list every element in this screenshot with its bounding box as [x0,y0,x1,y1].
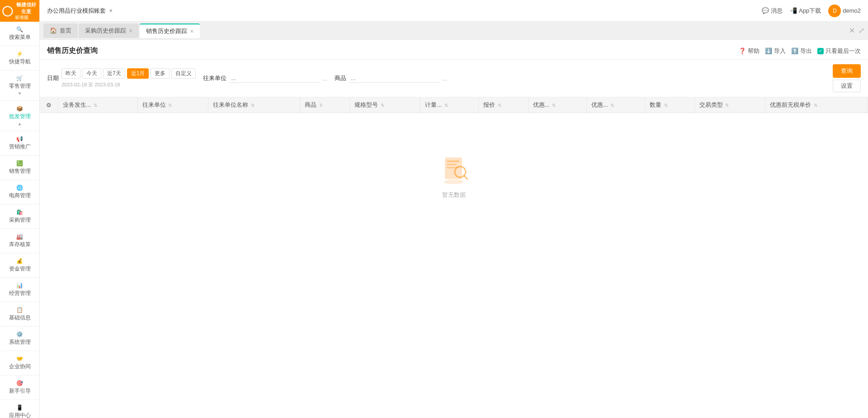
sidebar-item-system[interactable]: ⚙️ 系统管理 [0,327,39,351]
th-label: 报价 [483,101,495,108]
th-label: 优惠前无税单价 [770,101,811,108]
sidebar-item-wholesale[interactable]: 📦 批发管理 ▲ [0,101,39,131]
sidebar-item-label: 企业协同 [9,363,31,370]
export-btn[interactable]: ⬆️ 导出 [791,47,812,55]
tab-label: 销售历史价跟踪 [146,27,187,35]
tab-home[interactable]: 🏠 首页 [43,24,78,38]
date-filter-group: 日期 昨天 今天 近7天 近1月 更多 自定义 2023-02-18 至 202… [47,68,196,88]
date-btn-custom[interactable]: 自定义 [171,68,196,79]
sidebar-item-shortcut[interactable]: ⚡ 快捷导航 [0,46,39,71]
th-label: 优惠... [533,101,550,108]
tab-purchase-history[interactable]: 采购历史价跟踪 × [79,24,139,38]
table-wrap: ⚙ 业务发生... ⇅ 往来单位 ⇅ 往来单位名称 ⇅ [40,97,868,418]
import-label: 导入 [774,47,786,55]
sidebar-item-finance[interactable]: 💰 资金管理 [0,253,39,278]
date-btn-yesterday[interactable]: 昨天 [61,68,80,79]
sidebar-item-appstore[interactable]: 📱 应用中心 [0,400,39,418]
tab-label: 采购历史价跟踪 [85,27,126,35]
user-menu[interactable]: D demo2 [828,5,861,17]
newbie-icon: 🎯 [16,380,23,386]
tabs-right: ✕ ⤢ [849,26,864,35]
th-partner-code[interactable]: 往来单位 ⇅ [137,97,208,113]
sidebar-item-basic[interactable]: 📋 基础信息 [0,302,39,327]
close-tab-purchase[interactable]: × [129,28,132,34]
filter-actions: 查询 设置 [833,64,861,92]
th-quantity[interactable]: 数量 ⇅ [645,97,694,113]
tab-sales-history[interactable]: 销售历史价跟踪 × [140,24,200,38]
help-btn[interactable]: ❓ 帮助 [739,47,760,55]
product-input[interactable] [349,74,439,83]
sort-icon: ⇅ [94,103,97,108]
help-icon: ❓ [739,48,746,54]
sort-icon: ⇅ [381,103,384,108]
svg-point-0 [444,180,464,184]
sidebar-item-ecommerce[interactable]: 🌐 电商管理 [0,180,39,204]
sidebar-item-sales-mgmt[interactable]: 💹 销售管理 [0,156,39,180]
product-dots[interactable]: ... [442,75,447,82]
partner-input[interactable] [229,74,320,83]
th-spec[interactable]: 规格型号 ⇅ [349,97,420,113]
sidebar-item-inventory[interactable]: 🏭 库存核算 [0,229,39,253]
th-partner-name[interactable]: 往来单位名称 ⇅ [208,97,300,113]
partner-dots[interactable]: ... [322,75,327,82]
sidebar-item-label: 销售管理 [9,167,31,175]
username: demo2 [843,7,861,14]
th-label: 计量... [425,101,442,108]
sidebar-item-label: 基础信息 [9,314,31,322]
th-product[interactable]: 商品 ⇅ [300,97,349,113]
date-btn-7days[interactable]: 近7天 [103,68,125,79]
sort-icon: ⇅ [319,103,323,108]
date-buttons: 昨天 今天 近7天 近1月 更多 自定义 [61,68,196,79]
sort-icon: ⇅ [610,103,614,108]
th-trade-type[interactable]: 交易类型 ⇅ [694,97,765,113]
sidebar-item-search[interactable]: 🔍 搜索菜单 [0,22,39,46]
sidebar: ◯ 畅捷信好生意 标准版 🔍 搜索菜单 ⚡ 快捷导航 🛒 零售管理 ▼ 📦 批发… [0,0,40,418]
sidebar-item-marketing[interactable]: 📢 营销推广 [0,131,39,156]
sidebar-item-newbie[interactable]: 🎯 新手引导 [0,375,39,400]
close-window-btn[interactable]: ✕ [849,26,855,35]
maximize-btn[interactable]: ⤢ [859,26,864,35]
date-btn-1month[interactable]: 近1月 [127,68,149,79]
sidebar-item-label: 采购管理 [9,216,31,224]
page-header-actions: ❓ 帮助 ⬇️ 导入 ⬆️ 导出 ✓ 只看最后一次 [739,47,861,55]
finance-icon: 💰 [16,258,23,264]
basic-icon: 📋 [16,307,23,313]
th-label: 往来单位 [142,101,166,108]
import-btn[interactable]: ⬇️ 导入 [765,47,786,55]
date-btn-more[interactable]: 更多 [151,68,170,79]
sidebar-item-purchase[interactable]: 🛍️ 采购管理 [0,204,39,229]
message-btn[interactable]: 💬 消息 [762,7,783,15]
th-discount2[interactable]: 优惠... ⇅ [586,97,645,113]
only-last-checkbox[interactable]: ✓ [817,48,824,54]
th-pretax-price[interactable]: 优惠前无税单价 ⇅ [765,97,868,113]
only-last-wrap[interactable]: ✓ 只看最后一次 [817,47,861,55]
date-btn-today[interactable]: 今天 [82,68,101,79]
close-tab-sales[interactable]: × [190,28,193,34]
th-quote[interactable]: 报价 ⇅ [479,97,528,113]
dropdown-icon[interactable]: ▾ [109,7,113,14]
topbar-right: 💬 消息 📲 App下载 D demo2 [762,5,861,17]
app-download-btn[interactable]: 📲 App下载 [790,7,821,15]
empty-state: 暂无数据 [40,113,868,235]
query-button[interactable]: 查询 [833,64,861,78]
date-label: 日期 [47,74,59,82]
settings-button[interactable]: 设置 [833,80,861,92]
sidebar-item-label: 应用中心 [9,412,31,418]
settings-icon: ⚙ [46,102,52,109]
sidebar-item-enterprise[interactable]: 🤝 企业协同 [0,351,39,375]
partner-label: 往来单位 [203,74,226,82]
sidebar-item-retail[interactable]: 🛒 零售管理 ▼ [0,71,39,101]
sort-icon: ⇅ [168,103,172,108]
th-discount1[interactable]: 优惠... ⇅ [528,97,586,113]
sort-icon: ⇅ [814,103,817,108]
th-settings[interactable]: ⚙ [40,97,58,113]
app-download-label: App下载 [799,7,821,15]
product-label: 商品 [335,74,346,82]
th-unit[interactable]: 计量... ⇅ [420,97,479,113]
import-icon: ⬇️ [765,48,772,54]
th-biz-date[interactable]: 业务发生... ⇅ [58,97,137,113]
sort-icon: ⇅ [664,103,668,108]
sidebar-item-operations[interactable]: 📊 经营管理 [0,278,39,302]
app-icon: 📱 [16,404,23,411]
empty-text: 暂无数据 [442,191,466,199]
